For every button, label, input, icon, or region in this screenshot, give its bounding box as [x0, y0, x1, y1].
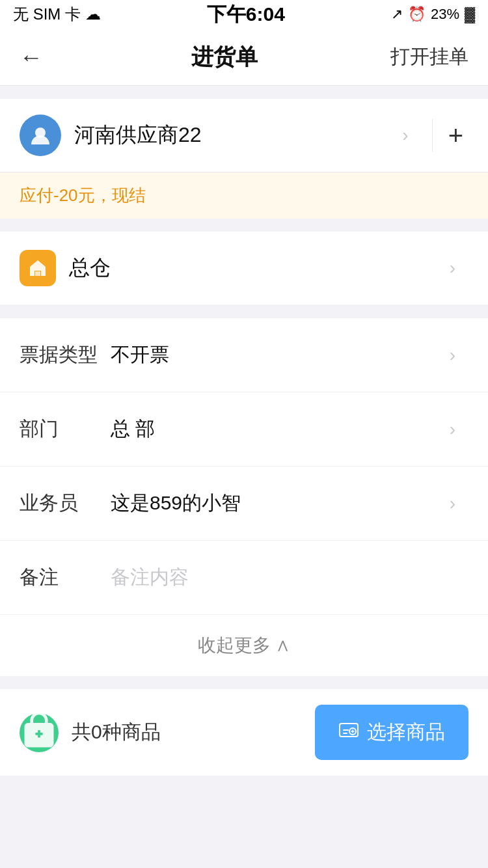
section-gap-1 — [0, 86, 488, 99]
form-row-remark[interactable]: 备注 备注内容 — [0, 540, 488, 614]
section-gap-2 — [0, 219, 488, 232]
warehouse-row[interactable]: 总仓 › — [0, 232, 488, 305]
warehouse-chevron-icon: › — [450, 258, 455, 278]
form-row-salesperson[interactable]: 业务员 这是859的小智 › — [0, 466, 488, 540]
collapse-button[interactable]: 收起更多 ∧ — [0, 614, 488, 676]
warehouse-icon — [20, 250, 56, 286]
alarm-icon: ⏰ — [408, 6, 426, 23]
salesperson-label: 业务员 — [20, 490, 111, 517]
warehouse-section[interactable]: 总仓 › — [0, 232, 488, 305]
product-section: 共0种商品 选择商品 — [0, 689, 488, 776]
department-chevron-icon: › — [450, 419, 455, 440]
department-value: 总 部 — [111, 416, 450, 442]
collapse-label: 收起更多 ∧ — [198, 633, 291, 658]
invoice-value: 不开票 — [111, 342, 450, 368]
form-row-department[interactable]: 部门 总 部 › — [0, 392, 488, 466]
product-icon — [20, 713, 59, 752]
battery-icon: ▓ — [465, 6, 475, 23]
notice-text: 应付-20元，现结 — [20, 185, 146, 205]
divider — [432, 119, 433, 152]
product-count-label: 共0种商品 — [72, 719, 315, 746]
invoice-chevron-icon: › — [450, 345, 455, 366]
network-status: 无 SIM 卡 ☁ — [13, 4, 101, 25]
department-label: 部门 — [20, 416, 111, 442]
supplier-section: 河南供应商22 › + 应付-20元，现结 — [0, 99, 488, 219]
status-left: 无 SIM 卡 ☁ — [13, 4, 101, 25]
invoice-label: 票据类型 — [20, 342, 111, 368]
svg-rect-2 — [35, 271, 40, 276]
select-product-button[interactable]: 选择商品 — [315, 705, 468, 760]
nav-bar: ← 进货单 打开挂单 — [0, 29, 488, 86]
location-icon: ↗ — [391, 6, 403, 23]
add-supplier-button[interactable]: + — [443, 121, 468, 150]
open-pending-button[interactable]: 打开挂单 — [390, 44, 468, 70]
form-section: 票据类型 不开票 › 部门 总 部 › 业务员 这是859的小智 › 备注 备注… — [0, 318, 488, 676]
section-gap-3 — [0, 305, 488, 318]
form-row-invoice[interactable]: 票据类型 不开票 › — [0, 318, 488, 392]
supplier-avatar — [20, 115, 61, 156]
notice-bar: 应付-20元，现结 — [0, 172, 488, 219]
status-right: ↗ ⏰ 23% ▓ — [391, 6, 475, 23]
battery-level: 23% — [431, 6, 459, 23]
remark-label: 备注 — [20, 564, 111, 591]
salesperson-value: 这是859的小智 — [111, 490, 450, 517]
status-bar: 无 SIM 卡 ☁ 下午6:04 ↗ ⏰ 23% ▓ — [0, 0, 488, 29]
status-time: 下午6:04 — [207, 1, 285, 28]
supplier-chevron-icon: › — [402, 125, 408, 146]
supplier-row[interactable]: 河南供应商22 › + — [0, 99, 488, 172]
warehouse-name: 总仓 — [69, 254, 450, 282]
page-title: 进货单 — [191, 42, 258, 72]
supplier-name: 河南供应商22 — [74, 121, 402, 150]
back-button[interactable]: ← — [20, 44, 59, 71]
select-product-label: 选择商品 — [367, 719, 445, 746]
salesperson-chevron-icon: › — [450, 493, 455, 514]
svg-rect-5 — [38, 730, 40, 737]
remark-input[interactable]: 备注内容 — [111, 564, 468, 591]
select-product-icon — [338, 720, 359, 745]
